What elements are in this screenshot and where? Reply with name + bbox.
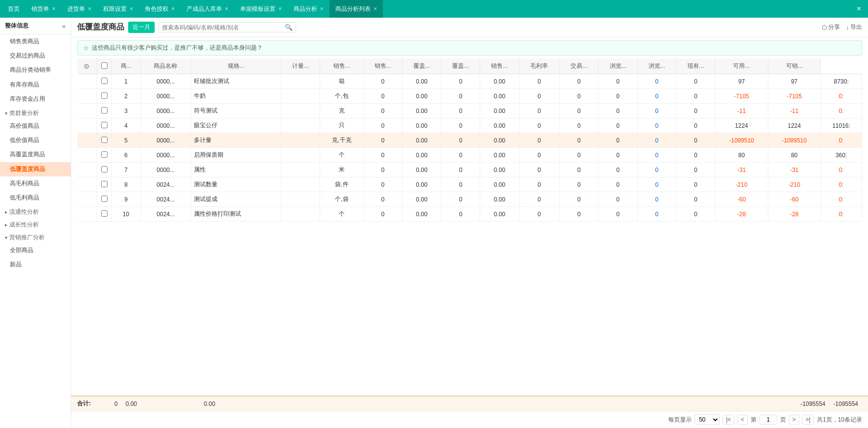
row-browse1[interactable]: 0 [637, 118, 676, 133]
browse-link[interactable]: 0 [655, 211, 658, 218]
nav-tab-template[interactable]: 单据模板设置 × [234, 0, 288, 18]
row-transaction: 0 [598, 148, 637, 163]
nav-tab-purchase[interactable]: 进货单 × [61, 0, 97, 18]
page-word-pre: 第 [751, 416, 757, 424]
row-gross-margin: 0 [560, 207, 598, 222]
sidebar-item-low-coverage[interactable]: 低覆盖度商品 [0, 162, 71, 176]
browse-link[interactable]: 0 [655, 181, 658, 188]
close-icon[interactable]: × [320, 5, 324, 12]
row-checkbox-input[interactable] [101, 151, 108, 158]
checkbox-col-header[interactable] [97, 58, 111, 74]
sidebar-group-marketing[interactable]: ▾ 营销推广分析 [0, 230, 71, 243]
sidebar-item-sales-goods[interactable]: 销售类商品 [0, 34, 71, 49]
browse-link[interactable]: 0 [655, 122, 658, 129]
browse-link[interactable]: 0 [655, 137, 658, 144]
sidebar-item-high-coverage[interactable]: 高覆盖度商品 [0, 147, 71, 162]
sidebar-item-high-value[interactable]: 高价值商品 [0, 119, 71, 133]
sidebar-item-traded-goods[interactable]: 交易过的商品 [0, 49, 71, 63]
first-page-button[interactable]: |< [723, 415, 734, 425]
row-checkbox[interactable] [97, 177, 111, 192]
close-icon[interactable]: × [225, 5, 228, 12]
nav-tab-inbound[interactable]: 产成品入库单 × [181, 0, 234, 18]
row-checkbox-input[interactable] [101, 137, 108, 143]
search-icon[interactable]: 🔍 [285, 24, 293, 31]
page-number-input[interactable] [760, 415, 777, 425]
row-browse2: 0 [676, 207, 715, 222]
sidebar-item-high-margin[interactable]: 高毛利商品 [0, 176, 71, 191]
nav-tab-permissions[interactable]: 权限设置 × [97, 0, 139, 18]
select-all-checkbox[interactable] [101, 62, 108, 69]
export-icon: ↓ [846, 24, 849, 31]
nav-tab-analysis-list[interactable]: 商品分析列表 × [329, 0, 383, 18]
sidebar-collapse-button[interactable]: « [62, 22, 66, 30]
nav-tab-home[interactable]: 首页 [2, 0, 26, 18]
browse-link[interactable]: 0 [655, 108, 658, 114]
close-all-button[interactable]: × [852, 4, 866, 13]
row-browse1[interactable]: 0 [637, 89, 676, 104]
row-browse1[interactable]: 0 [637, 192, 676, 207]
row-browse1[interactable]: 0 [637, 148, 676, 163]
nav-tab-roles[interactable]: 角色授权 × [139, 0, 181, 18]
row-checkbox[interactable] [97, 148, 111, 163]
row-checkbox[interactable] [97, 104, 111, 118]
browse-link[interactable]: 0 [655, 152, 658, 159]
nav-tab-sales[interactable]: 销货单 × [26, 0, 61, 18]
sidebar-group-cluster[interactable]: ▾ 类群量分析 [0, 106, 71, 119]
row-checkbox-input[interactable] [101, 166, 108, 172]
row-checkbox[interactable] [97, 163, 111, 177]
sidebar-item-stock-goods[interactable]: 有库存商品 [0, 78, 71, 92]
sidebar-item-new-goods[interactable]: 新品 [0, 257, 71, 272]
row-checkbox[interactable] [97, 74, 111, 89]
row-browse1[interactable]: 0 [637, 163, 676, 177]
row-saleable: 11016: [821, 118, 862, 133]
row-checkbox[interactable] [97, 207, 111, 222]
sidebar-group-growth[interactable]: ▸ 成长性分析 [0, 218, 71, 230]
close-icon[interactable]: × [88, 5, 91, 12]
row-checkbox-input[interactable] [101, 78, 108, 84]
browse-link[interactable]: 0 [655, 167, 658, 173]
prev-page-button[interactable]: < [737, 415, 748, 425]
settings-col-header[interactable]: ⚙ [77, 58, 97, 74]
row-checkbox[interactable] [97, 118, 111, 133]
sidebar-item-low-margin[interactable]: 低毛利商品 [0, 191, 71, 205]
page-size-select[interactable]: 50 20 100 200 [695, 414, 720, 425]
browse-link[interactable]: 0 [655, 78, 658, 85]
nav-tab-analysis[interactable]: 商品分析 × [288, 0, 329, 18]
close-icon[interactable]: × [130, 5, 133, 12]
export-button[interactable]: ↓ 导出 [846, 23, 862, 31]
sidebar-item-stock-capital[interactable]: 库存资金占用 [0, 92, 71, 106]
row-transaction: 0 [598, 133, 637, 148]
row-checkbox-input[interactable] [101, 122, 108, 128]
row-checkbox[interactable] [97, 192, 111, 207]
browse-link[interactable]: 0 [655, 196, 658, 203]
sidebar-item-category-turnover[interactable]: 商品分类动销率 [0, 63, 71, 77]
row-browse1[interactable]: 0 [637, 104, 676, 118]
share-button[interactable]: ⬡ 分享 [822, 23, 840, 31]
row-checkbox-input[interactable] [101, 92, 108, 99]
settings-icon[interactable]: ⚙ [83, 62, 90, 70]
row-checkbox-input[interactable] [101, 181, 108, 187]
row-checkbox[interactable] [97, 133, 111, 148]
row-checkbox-input[interactable] [101, 210, 108, 217]
last-page-button[interactable]: >| [802, 415, 814, 425]
search-input[interactable] [162, 24, 285, 31]
sidebar-item-all-goods[interactable]: 全部商品 [0, 243, 71, 257]
browse-link[interactable]: 0 [655, 93, 658, 100]
row-settings [77, 104, 97, 118]
row-browse1[interactable]: 0 [637, 207, 676, 222]
row-checkbox[interactable] [97, 89, 111, 104]
next-page-button[interactable]: > [789, 415, 799, 425]
close-icon[interactable]: × [374, 5, 377, 12]
row-browse1[interactable]: 0 [637, 133, 676, 148]
row-unit: 只 [320, 118, 363, 133]
row-checkbox-input[interactable] [101, 107, 108, 114]
row-browse1[interactable]: 0 [637, 177, 676, 192]
sidebar-group-circulation[interactable]: ▸ 流通性分析 [0, 205, 71, 218]
close-icon[interactable]: × [278, 5, 282, 12]
row-checkbox-input[interactable] [101, 196, 108, 202]
filter-recent-month-button[interactable]: 近一月 [128, 22, 155, 33]
close-icon[interactable]: × [52, 5, 55, 12]
row-browse1[interactable]: 0 [637, 74, 676, 89]
close-icon[interactable]: × [171, 5, 175, 12]
sidebar-item-low-value[interactable]: 低价值商品 [0, 133, 71, 147]
